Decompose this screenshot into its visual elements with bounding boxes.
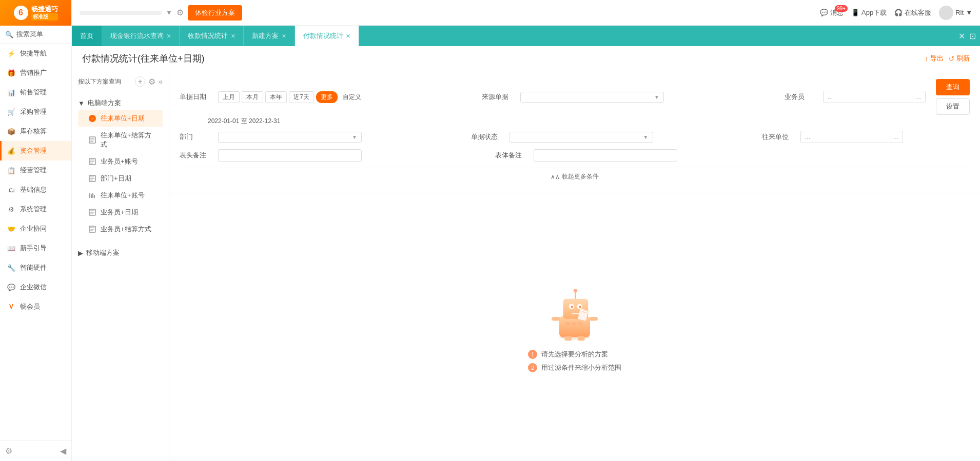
tab-new-scheme-close[interactable]: × [282, 32, 286, 39]
date-this-year-btn[interactable]: 本年 [265, 91, 287, 103]
date-label: 单据日期 [180, 92, 208, 102]
scheme-item-salesman-account[interactable]: 业务员+账号 [78, 153, 163, 170]
sidebar-item-marketing[interactable]: 🎁 营销推广 [0, 63, 71, 83]
date-this-month-btn[interactable]: 本月 [242, 91, 263, 103]
tab-payment-stats-close[interactable]: × [346, 32, 350, 39]
refresh-btn[interactable]: ↺ 刷新 [949, 54, 970, 63]
settings-btn[interactable]: 设置 [936, 98, 970, 115]
scheme-item-salesman-date[interactable]: 业务员+日期 [78, 204, 163, 221]
sidebar-item-finance[interactable]: 💰 资金管理 [0, 141, 71, 161]
scheme-item-unit-account-label: 往来单位+账号 [101, 191, 145, 200]
topbar-gear-icon[interactable]: ⚙ [177, 8, 184, 17]
svg-text:○: ○ [91, 116, 94, 121]
tab-receipt-stats-close[interactable]: × [231, 32, 235, 39]
user-menu[interactable]: Rit ▼ [939, 6, 972, 20]
tab-receipt-stats[interactable]: 收款情况统计 × [180, 26, 244, 46]
tab-home[interactable]: 首页 [72, 26, 102, 46]
refresh-label: 刷新 [956, 54, 970, 63]
trial-btn[interactable]: 体验行业方案 [188, 5, 242, 21]
salesman-select[interactable]: ... … [823, 91, 926, 103]
messages-btn[interactable]: 💬 消息 99+ [820, 8, 844, 17]
table-body-note-input[interactable] [534, 149, 677, 162]
tab-receipt-stats-label: 收款情况统计 [188, 31, 228, 41]
svg-rect-14 [89, 193, 90, 198]
sidebar-item-system[interactable]: ⚙ 系统管理 [0, 199, 71, 219]
date-custom-btn[interactable]: 自定义 [343, 93, 361, 102]
business-icon: 📋 [7, 166, 16, 175]
collapse-more-btn[interactable]: ∧∧ 收起更多条件 [180, 168, 970, 185]
basic-info-label: 基础信息 [20, 185, 47, 194]
unit-select[interactable]: ... … [800, 131, 903, 143]
finance-label: 资金管理 [20, 146, 47, 155]
sidebar-item-quick-nav[interactable]: ⚡ 快捷导航 [0, 44, 71, 63]
scheme-add-icon[interactable]: + [135, 76, 145, 87]
tab-maximize-btn[interactable]: ⊡ [969, 31, 976, 41]
scheme-collapse-btn[interactable]: « [159, 77, 163, 86]
dept-select[interactable]: ▼ [218, 132, 362, 143]
tab-new-scheme[interactable]: 新建方案 × [244, 26, 295, 46]
wechat-icon: 💬 [7, 283, 16, 292]
company-selector[interactable] [80, 11, 162, 15]
source-select[interactable]: ▼ [520, 92, 664, 103]
sidebar-item-enterprise[interactable]: 🤝 企业协同 [0, 219, 71, 238]
query-btn[interactable]: 查询 [936, 79, 970, 95]
tab-bank-flow-close[interactable]: × [167, 32, 171, 39]
unit-select-arrow: … [893, 134, 898, 140]
sidebar-collapse-btn[interactable]: ◀ [60, 446, 66, 456]
sidebar-item-purchase[interactable]: 🛒 采购管理 [0, 102, 71, 122]
voucher-status-select[interactable]: ▼ [509, 132, 653, 143]
user-dropdown-icon: ▼ [966, 9, 972, 16]
sidebar-item-member[interactable]: V 畅会员 [0, 297, 71, 316]
company-dropdown-icon[interactable]: ▼ [166, 9, 172, 16]
scheme-item-unit-date-icon: ○ [88, 114, 96, 123]
scheme-item-unit-date[interactable]: ○ 往来单位+日期 [78, 110, 163, 127]
app-download-btn[interactable]: 📱 App下载 [851, 8, 887, 17]
export-btn[interactable]: ↑ 导出 [925, 54, 944, 63]
tab-close-all-btn[interactable]: ✕ [958, 31, 965, 41]
desktop-section-label: 电脑端方案 [88, 98, 121, 108]
mobile-section-header[interactable]: ▶ 移动端方案 [78, 246, 163, 259]
scheme-item-dept-date-icon [88, 174, 96, 183]
sidebar-item-basic-info[interactable]: 🗂 基础信息 [0, 180, 71, 199]
inventory-icon: 📦 [7, 127, 16, 136]
sales-label: 销售管理 [20, 88, 47, 97]
unit-select-text: ... [805, 133, 893, 141]
sidebar-item-sales[interactable]: 📊 销售管理 [0, 83, 71, 102]
tab-bank-flow[interactable]: 现金银行流水查询 × [102, 26, 180, 46]
sales-icon: 📊 [7, 88, 16, 97]
desktop-section-header[interactable]: ▼ 电脑端方案 [78, 96, 163, 110]
date-last-7-btn[interactable]: 近7天 [289, 91, 314, 103]
business-label: 经营管理 [20, 166, 47, 175]
scheme-item-unit-settlement-label: 往来单位+结算方式 [101, 131, 158, 149]
sidebar-settings-btn[interactable]: ⚙ [5, 446, 12, 456]
member-icon: V [7, 302, 16, 311]
sidebar-item-business[interactable]: 📋 经营管理 [0, 161, 71, 180]
sidebar-item-inventory[interactable]: 📦 库存核算 [0, 122, 71, 141]
brand-name: 畅捷通巧 [31, 5, 58, 13]
sidebar-item-hardware[interactable]: 🔧 智能硬件 [0, 258, 71, 277]
sidebar-item-search[interactable]: 🔍 搜索菜单 [0, 26, 71, 44]
scheme-item-salesman-settlement[interactable]: 业务员+结算方式 [78, 221, 163, 237]
svg-rect-37 [590, 317, 598, 321]
inventory-label: 库存核算 [20, 127, 47, 136]
date-more-btn[interactable]: 更多 [316, 91, 338, 103]
scheme-item-unit-settlement[interactable]: 往来单位+结算方式 [78, 127, 163, 153]
scheme-item-dept-date[interactable]: 部门+日期 [78, 170, 163, 187]
date-last-month-btn[interactable]: 上月 [218, 91, 240, 103]
scheme-item-unit-account[interactable]: 往来单位+账号 [78, 187, 163, 204]
purchase-icon: 🛒 [7, 107, 16, 116]
online-service-label: 在线客服 [905, 8, 931, 17]
empty-robot-illustration [544, 282, 605, 345]
table-header-note-input[interactable] [218, 149, 362, 162]
scheme-settings-icon[interactable]: ⚙ [148, 77, 155, 87]
tab-payment-stats[interactable]: 付款情况统计 × [295, 26, 359, 46]
sidebar-item-wechat[interactable]: 💬 企业微信 [0, 277, 71, 297]
filter-btn-group: 查询 设置 [936, 79, 970, 115]
online-service-btn[interactable]: 🎧 在线客服 [894, 8, 931, 17]
sidebar-item-guide[interactable]: 📖 新手引导 [0, 238, 71, 258]
brand-logo: 6 [14, 6, 28, 20]
hardware-icon: 🔧 [7, 263, 16, 272]
app-icon: 📱 [851, 9, 859, 16]
quick-nav-icon: ⚡ [7, 49, 16, 58]
wechat-label: 企业微信 [20, 283, 47, 292]
